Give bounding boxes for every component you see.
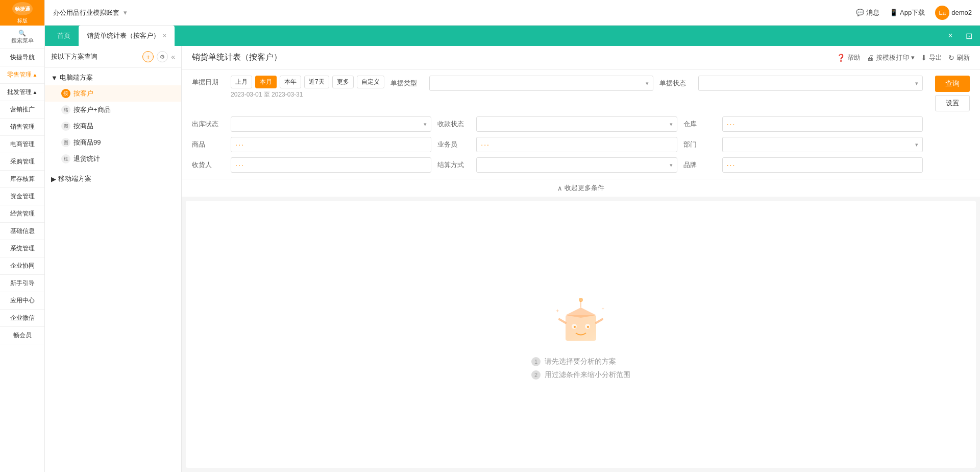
sidebar-item-operations[interactable]: 经营管理 (0, 205, 44, 223)
sidebar-item-enterprise[interactable]: 企业协同 (0, 257, 44, 275)
sidebar: 畅捷通 标版 🔍 搜索菜单 快捷导航 零售管理 ▲ 批发管理 ▲ 营销推广 销售… (0, 0, 45, 472)
filter-area: 单据日期 上月 本月 本年 近7天 更多 自定义 2023-03-01 至 20… (182, 69, 980, 179)
svg-point-11 (579, 298, 583, 302)
tree-item-by-product99[interactable]: 图 按商品99 (45, 134, 181, 151)
settlement-select[interactable]: ▾ (476, 157, 677, 173)
sidebar-item-wholesale[interactable]: 批发管理 ▲ (0, 84, 44, 101)
payment-select[interactable]: ▾ (476, 116, 677, 132)
dept-select[interactable]: ▾ (722, 137, 923, 152)
page-header-actions: ❓ 帮助 🖨 按模板打印 ▾ ⬇ 导出 ↻ (837, 53, 970, 62)
sidebar-item-quick-nav[interactable]: 快捷导航 (0, 49, 44, 66)
recipient-dots: ··· (235, 161, 244, 169)
product-select[interactable]: ··· (231, 137, 431, 152)
retail-arrow: ▲ (33, 72, 38, 78)
sidebar-item-member[interactable]: 畅会员 (0, 327, 44, 344)
sidebar-item-ecommerce[interactable]: 电商管理 (0, 136, 44, 153)
refresh-icon: ↻ (948, 54, 954, 62)
svg-point-7 (587, 326, 589, 328)
payment-label: 收款状态 (437, 120, 473, 129)
this-year-btn[interactable]: 本年 (280, 76, 301, 88)
last7days-btn[interactable]: 近7天 (304, 76, 329, 88)
tree-desktop-section: ▼ 电脑端方案 按 按客户 格 按客户+商品 图 按商品 图 按商品99 (45, 68, 181, 169)
logo-icon: 畅捷通 (11, 1, 34, 16)
sidebar-item-basic[interactable]: 基础信息 (0, 223, 44, 240)
left-panel-actions: + ⚙ « (142, 51, 175, 62)
dept-arrow-icon: ▾ (915, 141, 918, 148)
filter-row-2: 出库状态 ▾ 收款状态 ▾ 仓库 (192, 116, 970, 132)
close-window-btn[interactable]: × (943, 29, 958, 43)
sidebar-item-retail[interactable]: 零售管理 ▲ (0, 66, 44, 84)
warehouse-select[interactable]: ··· (722, 116, 923, 132)
recipient-select[interactable]: ··· (231, 157, 431, 173)
salesperson-label: 业务员 (437, 140, 473, 149)
print-icon: 🖨 (867, 54, 874, 62)
settlement-label: 结算方式 (437, 160, 473, 170)
salesperson-dots: ··· (481, 140, 490, 149)
filter-payment-group: 收款状态 ▾ (437, 116, 677, 132)
docstatus-label: 单据状态 (659, 79, 695, 88)
add-scheme-btn[interactable]: + (142, 51, 154, 62)
desktop-group-label[interactable]: ▼ 电脑端方案 (45, 70, 181, 85)
search-menu[interactable]: 🔍 搜索菜单 (0, 26, 44, 49)
sidebar-item-inventory[interactable]: 库存核算 (0, 171, 44, 188)
doc-type-select[interactable]: ▾ (429, 76, 654, 91)
settings-btn[interactable]: 设置 (935, 95, 970, 111)
app-download-btn[interactable]: 📱 App下载 (890, 8, 925, 17)
tab-close-btn[interactable]: × (163, 32, 166, 39)
sidebar-item-corpwechat[interactable]: 企业微信 (0, 310, 44, 327)
edit-scheme-btn[interactable]: ⚙ (157, 51, 168, 62)
svg-text:✦: ✦ (555, 308, 559, 314)
more-btn[interactable]: 更多 (332, 76, 354, 88)
payment-arrow-icon: ▾ (670, 121, 673, 128)
template-print-btn[interactable]: 🖨 按模板打印 ▾ (867, 53, 915, 62)
customer-product-icon: 格 (61, 105, 70, 114)
brand-select[interactable]: ··· (722, 157, 923, 173)
svg-line-8 (559, 319, 566, 323)
tree-item-return-stats[interactable]: 柱 退货统计 (45, 151, 181, 167)
sidebar-item-finance[interactable]: 资金管理 (0, 188, 44, 205)
sidebar-item-sales[interactable]: 销售管理 (0, 119, 44, 136)
message-btn[interactable]: 💬 消息 (856, 8, 879, 17)
action-buttons: 查询 设置 (935, 76, 970, 111)
salesperson-select[interactable]: ··· (476, 137, 677, 152)
tree-item-by-customer-product[interactable]: 格 按客户+商品 (45, 102, 181, 118)
collapse-panel-btn[interactable]: « (171, 53, 175, 61)
refresh-btn[interactable]: ↻ 刷新 (948, 53, 970, 62)
sidebar-item-marketing[interactable]: 营销推广 (0, 101, 44, 119)
page-title: 销货单统计表（按客户） (192, 52, 282, 63)
mobile-group-label[interactable]: ▶ 移动端方案 (45, 171, 181, 186)
stockout-arrow-icon: ▾ (424, 121, 427, 128)
svg-text:✦: ✦ (601, 306, 605, 311)
tabs-bar-right: × ⊡ (943, 29, 976, 43)
download-icon: 📱 (890, 9, 898, 16)
tree-item-by-product[interactable]: 图 按商品 (45, 118, 181, 134)
main-area: 办公用品行业模拟账套 ▾ 💬 消息 📱 App下载 Ea demo2 首页 (45, 0, 980, 472)
avatar: Ea (935, 6, 949, 20)
collapse-more-btn[interactable]: ∧ 收起更多条件 (182, 179, 980, 197)
sidebar-item-system[interactable]: 系统管理 (0, 240, 44, 257)
last-month-btn[interactable]: 上月 (231, 76, 252, 88)
svg-point-6 (574, 326, 576, 328)
topbar-arrow-icon[interactable]: ▾ (124, 9, 127, 16)
tab-active[interactable]: 销货单统计表（按客户） × (79, 26, 175, 46)
stock-out-select[interactable]: ▾ (231, 116, 431, 132)
query-btn[interactable]: 查询 (935, 76, 970, 92)
maximize-window-btn[interactable]: ⊡ (962, 29, 976, 43)
topbar-right: 💬 消息 📱 App下载 Ea demo2 (856, 6, 972, 20)
filter-recipient-group: 收货人 ··· (192, 157, 431, 173)
tab-home[interactable]: 首页 (49, 26, 79, 46)
user-profile[interactable]: Ea demo2 (935, 6, 972, 20)
doc-status-select[interactable]: ▾ (698, 76, 923, 91)
custom-btn[interactable]: 自定义 (357, 76, 384, 88)
left-panel-title: 按以下方案查询 (51, 52, 97, 61)
docstatus-arrow-icon: ▾ (915, 80, 918, 87)
dept-label: 部门 (683, 140, 719, 149)
help-btn[interactable]: ❓ 帮助 (837, 53, 861, 62)
tree-item-by-customer[interactable]: 按 按客户 (45, 85, 181, 102)
export-btn[interactable]: ⬇ 导出 (921, 53, 942, 62)
this-month-btn[interactable]: 本月 (255, 76, 277, 88)
sidebar-item-appcenter[interactable]: 应用中心 (0, 292, 44, 310)
sidebar-item-newuser[interactable]: 新手引导 (0, 275, 44, 292)
export-icon: ⬇ (921, 54, 927, 62)
sidebar-item-purchase[interactable]: 采购管理 (0, 153, 44, 171)
